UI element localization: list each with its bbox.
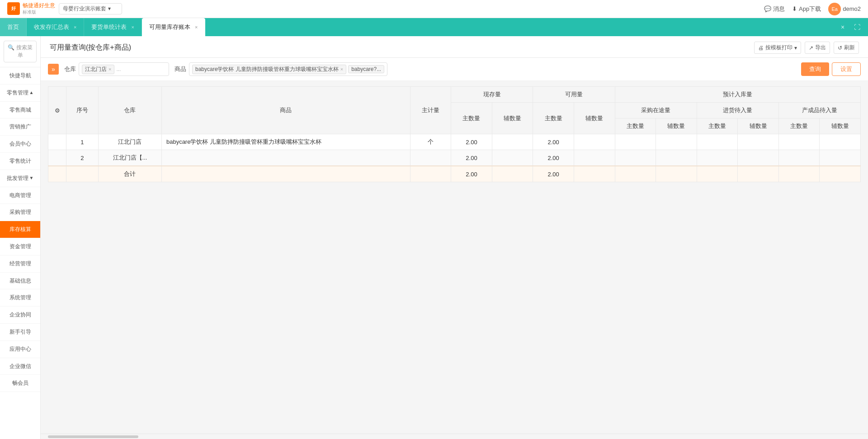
top-bar-right: 💬 消息 ⬇ App下载 Ea demo2 xyxy=(764,3,861,15)
current-stock-col-header: 现存量 xyxy=(451,87,533,103)
download-icon: ⬇ xyxy=(792,5,797,12)
sidebar-item-retail-mall[interactable]: 零售商城 xyxy=(0,102,40,119)
row1-current-sub xyxy=(492,134,533,150)
no-col-header: 序号 xyxy=(66,87,99,134)
sidebar-item-wholesale-mgmt[interactable]: 批发管理 ▼ xyxy=(0,170,40,187)
tab-order-stats-close[interactable]: × xyxy=(131,24,134,30)
top-bar-left: 好 畅捷通好生意 标准版 母婴行业演示账套 ▾ xyxy=(7,2,122,15)
row1-products-sub xyxy=(820,134,861,150)
nav-tabs: 首页 收发存汇总表 × 要货单统计表 × 可用量库存账本 × × ⛶ xyxy=(0,18,868,36)
inbound-sub-header: 辅数量 xyxy=(738,118,779,134)
goods-tag-1[interactable]: babycare学饮杯 儿童防摔防撞吸管杯重力球吸嘴杯宝宝水杯 × xyxy=(192,65,346,74)
warehouse-filter-group: 仓库 江北门店 × ... xyxy=(64,62,169,76)
goods-tag-1-close[interactable]: × xyxy=(340,66,343,72)
goods-filter-group: 商品 babycare学饮杯 儿童防摔防撞吸管杯重力球吸嘴杯宝宝水杯 × bab… xyxy=(175,62,387,76)
search-menu-label: 搜索菜单 xyxy=(16,44,33,58)
export-button[interactable]: ↗ 导出 xyxy=(805,42,830,54)
logo-area: 好 畅捷通好生意 标准版 xyxy=(7,2,55,15)
sidebar-item-finance[interactable]: 资金管理 xyxy=(0,238,40,255)
tab-available-stock[interactable]: 可用量库存账本 × xyxy=(142,18,205,36)
total-row: 合计 2.00 2.00 xyxy=(48,166,861,182)
content-area: 可用量查询(按仓库+商品) 🖨 按模板打印 ▾ ↗ 导出 ↺ 刷新 xyxy=(41,36,868,439)
close-all-button[interactable]: × xyxy=(837,22,848,33)
sidebar-item-retail-mgmt[interactable]: 零售管理 ▲ xyxy=(0,85,40,102)
warehouse-tag-1[interactable]: 江北门店 × xyxy=(82,65,114,74)
goods-filter-tags[interactable]: babycare学饮杯 儿童防摔防撞吸管杯重力球吸嘴杯宝宝水杯 × babyca… xyxy=(189,62,387,76)
chevron-icon: ▲ xyxy=(29,90,34,96)
row1-available-main: 2.00 xyxy=(533,134,574,150)
horizontal-scrollbar[interactable] xyxy=(48,435,138,438)
logo-texts: 畅捷通好生意 标准版 xyxy=(23,2,55,15)
query-button[interactable]: 查询 xyxy=(801,62,829,76)
warehouse-filter-more[interactable]: ... xyxy=(116,66,121,72)
total-available-sub xyxy=(574,166,615,182)
sidebar-item-inventory[interactable]: 库存核算 xyxy=(0,221,40,238)
tab-order-stats[interactable]: 要货单统计表 × xyxy=(84,18,142,36)
refresh-label: 刷新 xyxy=(844,44,855,52)
row2-current-sub xyxy=(492,150,533,166)
gear-icon[interactable]: ⚙ xyxy=(55,107,60,114)
tab-receivable[interactable]: 收发存汇总表 × xyxy=(27,18,84,36)
row2-goods xyxy=(161,150,410,166)
tab-available-stock-close[interactable]: × xyxy=(195,24,198,30)
sidebar-item-basic-info[interactable]: 基础信息 xyxy=(0,273,40,290)
message-label: 消息 xyxy=(773,5,785,13)
sidebar-item-ecommerce[interactable]: 电商管理 xyxy=(0,187,40,204)
unit-col-header: 主计量 xyxy=(410,87,451,134)
sidebar-item-vip[interactable]: 畅会员 xyxy=(0,375,40,392)
available-col-header: 可用量 xyxy=(533,87,615,103)
total-inbound-sub xyxy=(738,166,779,182)
export-label: 导出 xyxy=(815,44,826,52)
row1-no: 1 xyxy=(66,134,99,150)
industry-selector[interactable]: 母婴行业演示账套 ▾ xyxy=(59,3,122,14)
template-print-label: 按模板打印 xyxy=(765,44,793,52)
page-actions: 🖨 按模板打印 ▾ ↗ 导出 ↺ 刷新 xyxy=(754,42,859,54)
row2-products-sub xyxy=(820,150,861,166)
total-settings xyxy=(48,166,66,182)
row1-products-main xyxy=(778,134,820,150)
sidebar-item-retail-stats[interactable]: 零售统计 xyxy=(0,153,40,170)
sidebar-item-app-center[interactable]: 应用中心 xyxy=(0,341,40,358)
sidebar-item-member-center[interactable]: 会员中心 xyxy=(0,136,40,153)
warehouse-filter-tags[interactable]: 江北门店 × ... xyxy=(79,62,169,76)
total-no xyxy=(66,166,99,182)
settings-button[interactable]: 设置 xyxy=(832,62,861,76)
export-icon: ↗ xyxy=(809,45,813,51)
data-table: ⚙ 序号 仓库 商品 主计量 现存量 可用量 预计入库量 主数量 辅数量 主数量 xyxy=(48,86,861,182)
search-menu-button[interactable]: 🔍 搜索菜单 xyxy=(4,41,37,62)
refresh-button[interactable]: ↺ 刷新 xyxy=(834,42,859,54)
filter-expand-button[interactable]: » xyxy=(48,64,59,75)
tab-receivable-close[interactable]: × xyxy=(74,24,76,30)
row1-purchase-sub xyxy=(656,134,697,150)
sidebar-item-onboarding[interactable]: 新手引导 xyxy=(0,324,40,341)
sidebar-item-purchase[interactable]: 采购管理 xyxy=(0,204,40,221)
total-current-sub xyxy=(492,166,533,182)
app-download-button[interactable]: ⬇ App下载 xyxy=(792,5,821,13)
message-button[interactable]: 💬 消息 xyxy=(764,5,785,13)
warehouse-tag-close[interactable]: × xyxy=(108,66,111,72)
row1-settings xyxy=(48,134,66,150)
page-header: 可用量查询(按仓库+商品) 🖨 按模板打印 ▾ ↗ 导出 ↺ 刷新 xyxy=(41,36,868,58)
bottom-scroll xyxy=(41,434,868,439)
goods-tag-2[interactable]: babycare?... xyxy=(348,65,384,73)
refresh-icon: ↺ xyxy=(838,45,842,51)
filter-bar: » 仓库 江北门店 × ... 商品 babycare学饮杯 儿童防摔防撞吸管杯… xyxy=(41,58,868,81)
sidebar-item-quick-nav[interactable]: 快捷导航 xyxy=(0,67,40,85)
row2-inbound-sub xyxy=(738,150,779,166)
sidebar-item-operations[interactable]: 经营管理 xyxy=(0,255,40,273)
sidebar-item-enterprise-wechat[interactable]: 企业微信 xyxy=(0,358,40,375)
sidebar-item-marketing[interactable]: 营销推广 xyxy=(0,118,40,136)
sidebar-item-enterprise[interactable]: 企业协同 xyxy=(0,307,40,324)
user-profile[interactable]: Ea demo2 xyxy=(828,3,861,15)
page-title-row: 可用量查询(按仓库+商品) 🖨 按模板打印 ▾ ↗ 导出 ↺ 刷新 xyxy=(50,42,859,57)
warehouse-filter-label: 仓库 xyxy=(64,65,76,73)
row2-available-sub xyxy=(574,150,615,166)
template-print-button[interactable]: 🖨 按模板打印 ▾ xyxy=(754,42,801,54)
total-unit xyxy=(410,166,451,182)
sidebar-item-system[interactable]: 系统管理 xyxy=(0,289,40,307)
fullscreen-button[interactable]: ⛶ xyxy=(852,22,863,33)
total-current-main: 2.00 xyxy=(451,166,492,182)
tab-home[interactable]: 首页 xyxy=(0,18,27,36)
industry-label: 母婴行业演示账套 xyxy=(63,5,106,13)
row1-purchase-main xyxy=(615,134,656,150)
